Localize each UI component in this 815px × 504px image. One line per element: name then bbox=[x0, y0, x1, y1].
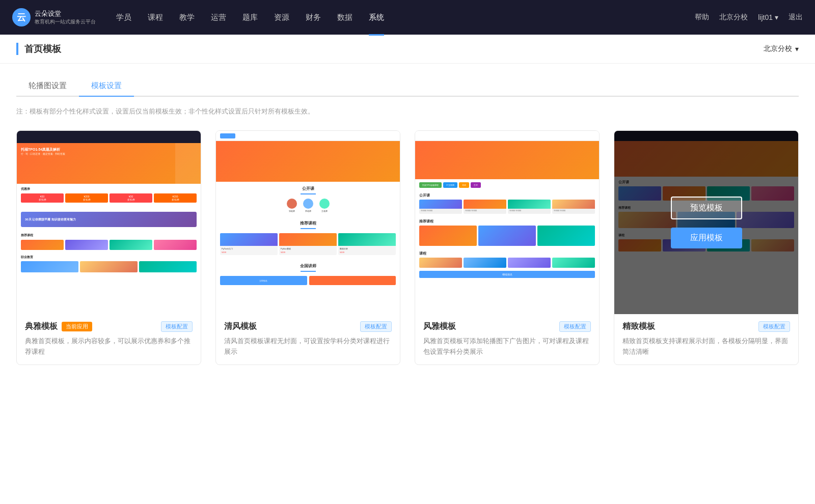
note: 注：模板有部分个性化样式设置，设置后仅当前模板生效；非个性化样式设置后只针对所有… bbox=[16, 107, 799, 116]
template-preview-2[interactable]: 公开课 张老师 李老师 王老师 bbox=[216, 131, 400, 314]
config-btn-3[interactable]: 模板配置 bbox=[559, 321, 591, 332]
template-footer-2: 清风模板 模板配置 清风首页模板课程无封面，可设置按学科分类对课程进行展示 bbox=[216, 314, 400, 365]
template-overlay-4: 预览模板 应用模板 bbox=[614, 131, 798, 314]
template-desc-1: 典雅首页模板，展示内容较多，可以展示优惠券和多个推荐课程 bbox=[25, 336, 193, 357]
nav-menu: 学员 课程 教学 运营 题库 资源 财务 数据 系统 bbox=[116, 11, 695, 24]
tab-carousel[interactable]: 轮播图设置 bbox=[16, 76, 79, 97]
nav-item-teaching[interactable]: 教学 bbox=[179, 11, 195, 24]
config-btn-1[interactable]: 模板配置 bbox=[161, 321, 193, 332]
template-name-2: 清风模板 bbox=[224, 321, 257, 332]
branch-selector[interactable]: 北京分校 ▾ bbox=[764, 44, 799, 53]
template-name-1: 典雅模板 bbox=[25, 321, 58, 332]
apply-template-btn[interactable]: 应用模板 bbox=[671, 228, 742, 248]
template-card-1: 托福TPO1-54真题及解析 行 · 写 · 口语定准 · 鑑定答案 · 邦旺答… bbox=[16, 130, 201, 365]
template-desc-2: 清风首页模板课程无封面，可设置按学科分类对课程进行展示 bbox=[224, 336, 392, 357]
page-header: 首页模板 北京分校 ▾ bbox=[0, 35, 815, 64]
template-card-3: 托福TPO金融课程 IT互联网 考研 艺术 公开课 Y¥ 8900 Y¥ 690… bbox=[415, 130, 600, 365]
preview-template-btn[interactable]: 预览模板 bbox=[671, 197, 742, 219]
template-preview-4[interactable]: 公开课 推荐课程 课程 bbox=[614, 131, 798, 314]
template-card-4: 公开课 推荐课程 课程 bbox=[614, 130, 799, 365]
tab-template[interactable]: 模板设置 bbox=[79, 76, 134, 97]
nav-item-system[interactable]: 系统 bbox=[369, 11, 384, 24]
page-title: 首页模板 bbox=[16, 43, 61, 55]
logo-text: 云朵设堂 教育机构一站式服务云平台 bbox=[35, 10, 96, 25]
template-desc-3: 风雅首页模板可添加轮播图下广告图片，可对课程及课程包设置学科分类展示 bbox=[423, 336, 591, 357]
nav-user-dropdown[interactable]: lijt01 ▾ bbox=[758, 13, 778, 21]
template-footer-4: 精致模板 模板配置 精致首页模板支持课程展示封面，各模板分隔明显，界面简洁清晰 bbox=[614, 314, 798, 365]
template-footer-1: 典雅模板 当前应用 模板配置 典雅首页模板，展示内容较多，可以展示优惠券和多个推… bbox=[17, 314, 201, 365]
template-preview-1[interactable]: 托福TPO1-54真题及解析 行 · 写 · 口语定准 · 鑑定答案 · 邦旺答… bbox=[17, 131, 201, 314]
template-preview-3[interactable]: 托福TPO金融课程 IT互联网 考研 艺术 公开课 Y¥ 8900 Y¥ 690… bbox=[415, 131, 599, 314]
nav-item-operation[interactable]: 运营 bbox=[211, 11, 226, 24]
nav-item-course[interactable]: 课程 bbox=[148, 11, 163, 24]
template-card-2: 公开课 张老师 李老师 王老师 bbox=[215, 130, 400, 365]
nav-logout[interactable]: 退出 bbox=[789, 13, 803, 22]
nav-item-data[interactable]: 数据 bbox=[337, 11, 352, 24]
template-footer-3: 风雅模板 模板配置 风雅首页模板可添加轮播图下广告图片，可对课程及课程包设置学科… bbox=[415, 314, 599, 365]
navbar: 云 云朵设堂 教育机构一站式服务云平台 学员 课程 教学 运营 题库 资源 财务… bbox=[0, 0, 815, 35]
nav-branch[interactable]: 北京分校 bbox=[719, 13, 748, 22]
template-desc-4: 精致首页模板支持课程展示封面，各模板分隔明显，界面简洁清晰 bbox=[622, 336, 790, 357]
nav-logo[interactable]: 云 云朵设堂 教育机构一站式服务云平台 bbox=[12, 8, 96, 26]
nav-item-finance[interactable]: 财务 bbox=[306, 11, 321, 24]
template-name-3: 风雅模板 bbox=[423, 321, 456, 332]
nav-item-question[interactable]: 题库 bbox=[242, 11, 258, 24]
config-btn-4[interactable]: 模板配置 bbox=[758, 321, 790, 332]
nav-right: 帮助 北京分校 lijt01 ▾ 退出 bbox=[695, 13, 803, 22]
content: 轮播图设置 模板设置 注：模板有部分个性化样式设置，设置后仅当前模板生效；非个性… bbox=[0, 64, 815, 504]
templates-grid: 托福TPO1-54真题及解析 行 · 写 · 口语定准 · 鑑定答案 · 邦旺答… bbox=[16, 130, 799, 365]
tabs: 轮播图设置 模板设置 bbox=[16, 76, 799, 97]
template-name-4: 精致模板 bbox=[622, 321, 655, 332]
nav-item-resource[interactable]: 资源 bbox=[274, 11, 289, 24]
nav-item-student[interactable]: 学员 bbox=[116, 11, 131, 24]
logo-icon: 云 bbox=[12, 8, 31, 26]
badge-current-1: 当前应用 bbox=[62, 322, 92, 331]
config-btn-2[interactable]: 模板配置 bbox=[360, 321, 392, 332]
nav-help[interactable]: 帮助 bbox=[695, 13, 709, 22]
